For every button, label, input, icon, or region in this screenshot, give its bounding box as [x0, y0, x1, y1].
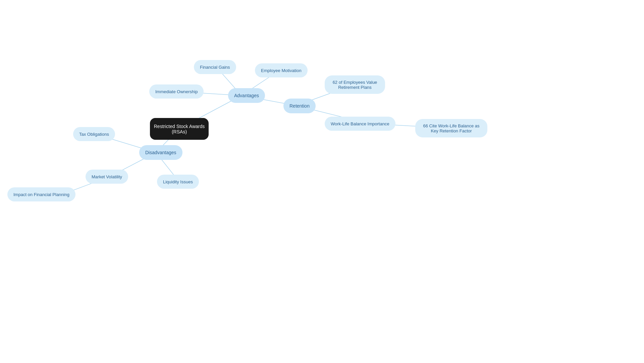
disadvantages-node[interactable]: Disadvantages — [139, 145, 182, 160]
impact-financial-node[interactable]: Impact on Financial Planning — [7, 187, 75, 201]
cite-work-life-node[interactable]: 66 Cite Work-Life Balance as Key Retenti… — [415, 119, 487, 137]
tax-obligations-node[interactable]: Tax Obligations — [73, 127, 115, 141]
market-volatility-node[interactable]: Market Volatility — [86, 170, 128, 184]
liquidity-issues-node[interactable]: Liquidity Issues — [157, 175, 199, 189]
retention-node[interactable]: Retention — [283, 99, 316, 113]
center-node[interactable]: Restricted Stock Awards (RSAs) — [150, 118, 209, 140]
immediate-ownership-node[interactable]: Immediate Ownership — [149, 84, 204, 99]
work-life-balance-node[interactable]: Work-Life Balance Importance — [325, 117, 395, 131]
financial-gains-node[interactable]: Financial Gains — [194, 60, 236, 74]
advantages-node[interactable]: Advantages — [228, 88, 265, 103]
employee-motivation-node[interactable]: Employee Motivation — [255, 63, 308, 77]
employees-value-node[interactable]: 62 of Employees Value Retirement Plans — [325, 75, 385, 94]
